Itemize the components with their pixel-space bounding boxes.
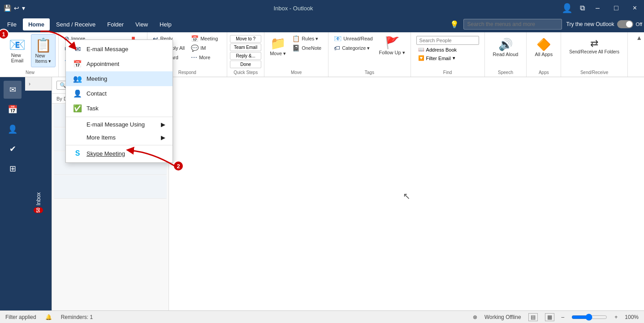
working-status-label: Working Offline — [484, 314, 521, 320]
undo-icon[interactable]: ↩ — [14, 4, 19, 12]
close-button[interactable]: × — [629, 3, 640, 13]
customize-icon[interactable]: ▾ — [22, 4, 25, 12]
address-book-icon: 📖 — [418, 47, 424, 52]
skype-meeting-label: Skype Meeting — [86, 150, 125, 157]
inbox-folder[interactable]: 50 Inbox — [25, 91, 52, 315]
meeting-reply-button[interactable]: 📅 Meeting — [188, 34, 224, 43]
sidebar-item-mail[interactable]: ✉ — [4, 81, 22, 99]
im-icon: 💬 — [191, 44, 199, 52]
quick-step-3[interactable]: Reply &... — [230, 52, 261, 60]
dropdown-task[interactable]: ✅ Task — [66, 101, 173, 116]
tags-group-items: 📧 Unread/Read 🏷 Categorize ▾ 🚩 Follow Up… — [331, 34, 407, 69]
new-group-items: 📧 NewEmail 📋 NewItems ▾ — [4, 34, 56, 69]
ribbon-group-send-receive: ⇄ Send/Receive All Folders Send/Receive — [561, 32, 628, 77]
filter-applied-label: Filter applied — [5, 314, 36, 320]
try-new-toggle[interactable] — [617, 20, 633, 28]
view-toggle-2[interactable]: ▦ — [545, 313, 554, 321]
cursor-indicator: ↖ — [403, 191, 411, 201]
sidebar-item-tasks[interactable]: ✔ — [4, 140, 22, 158]
move-button[interactable]: 📁 Move ▾ — [267, 34, 289, 58]
quick-step-4[interactable]: Done — [230, 61, 261, 68]
window-title: Inbox - Outlook — [25, 5, 562, 12]
menubar-right: 💡 Try the new Outlook Off — [450, 19, 642, 30]
unread-icon: 📧 — [334, 35, 341, 42]
follow-up-button[interactable]: 🚩 Follow Up ▾ — [376, 34, 408, 57]
new-items-button[interactable]: 📋 NewItems ▾ — [31, 34, 56, 67]
menu-view[interactable]: View — [130, 18, 153, 31]
dropdown-meeting[interactable]: 👥 Meeting — [66, 71, 173, 86]
im-button[interactable]: 💬 IM — [188, 44, 224, 52]
new-group-label: New — [26, 69, 35, 75]
restore-icon[interactable]: ⧉ — [580, 4, 585, 12]
dropdown-appointment[interactable]: 📅 Appointment — [66, 57, 173, 71]
follow-up-label: Follow Up ▾ — [379, 50, 405, 56]
rules-button[interactable]: 📋 Rules ▾ — [290, 34, 325, 43]
ribbon-group-new: 1 📧 NewEmail 📋 NewItems ▾ New — [2, 32, 59, 77]
more-items-content: More Items — [73, 134, 116, 141]
folder-expand-button[interactable]: › — [25, 77, 52, 91]
dropdown-more-items[interactable]: More Items ▶ — [66, 131, 173, 144]
dropdown-contact[interactable]: 👤 Contact — [66, 86, 173, 101]
new-email-button[interactable]: 📧 NewEmail — [4, 34, 30, 66]
unread-button[interactable]: 📧 Unread/Read — [331, 34, 375, 43]
quick-step-2[interactable]: Team Email — [230, 44, 261, 51]
categorize-button[interactable]: 🏷 Categorize ▾ — [331, 44, 375, 52]
zoom-slider[interactable] — [571, 314, 607, 321]
menu-help[interactable]: Help — [154, 18, 177, 31]
send-receive-group-label: Send/Receive — [580, 69, 608, 75]
dropdown-divider-2 — [66, 145, 173, 145]
zoom-out-button[interactable]: – — [562, 314, 565, 320]
new-items-dropdown: ✉ E-mail Message 📅 Appointment 👥 Meeting… — [65, 39, 173, 163]
tags-col: 📧 Unread/Read 🏷 Categorize ▾ — [331, 34, 375, 52]
try-new-outlook: Try the new Outlook Off — [566, 20, 642, 28]
minimize-button[interactable]: – — [592, 3, 603, 13]
search-menus-input[interactable] — [463, 19, 562, 30]
search-people-input[interactable] — [416, 36, 479, 45]
dropdown-email-message[interactable]: ✉ E-mail Message — [66, 42, 173, 57]
more-respond-button[interactable]: ⋯ More — [188, 53, 224, 62]
quick-step-1[interactable]: Move to ? — [230, 35, 261, 43]
more-items-arrow: ▶ — [161, 134, 165, 141]
sidebar-item-people[interactable]: 👤 — [4, 120, 22, 138]
menu-send-receive[interactable]: Send / Receive — [51, 18, 101, 31]
titlebar-left: 💾 ↩ ▾ — [4, 4, 25, 12]
onenote-button[interactable]: 📓 OneNote — [290, 44, 325, 52]
save-icon[interactable]: 💾 — [4, 4, 11, 12]
send-receive-all-button[interactable]: ⇄ Send/Receive All Folders — [566, 36, 622, 56]
move-label: Move ▾ — [270, 51, 286, 57]
ribbon-group-move: 📁 Move ▾ 📋 Rules ▾ 📓 OneNote Move — [264, 32, 328, 77]
maximize-button[interactable]: □ — [610, 3, 622, 13]
try-new-label: Try the new Outlook — [566, 21, 614, 27]
new-email-icon: 📧 — [9, 37, 26, 52]
apps-group-items: 🔶 All Apps — [529, 34, 558, 61]
message-row[interactable] — [54, 175, 167, 199]
ribbon-collapse-button[interactable]: ▲ — [636, 34, 642, 41]
email-using-content: E-mail Message Using — [73, 121, 145, 128]
menu-home[interactable]: Home — [23, 18, 50, 31]
dropdown-email-using[interactable]: E-mail Message Using ▶ — [66, 118, 173, 131]
profile-icon[interactable]: 👤 — [562, 3, 573, 13]
filter-email-button[interactable]: 🔽 Filter Email ▾ — [416, 54, 479, 62]
more-respond-label: More — [199, 55, 210, 60]
filter-icon: 🔽 — [418, 55, 424, 61]
annotation-badge-2: 2 — [173, 161, 184, 171]
respond-group-label: Respond — [178, 69, 196, 75]
email-using-label: E-mail Message Using — [86, 121, 145, 128]
sidebar-item-apps[interactable]: ⊞ — [4, 160, 22, 178]
new-email-label: NewEmail — [11, 52, 24, 63]
appointment-icon: 📅 — [73, 60, 82, 68]
address-book-button[interactable]: 📖 Address Book — [416, 46, 479, 53]
quick-steps-area: Move to ? Team Email Reply &... Done — [230, 34, 261, 69]
zoom-level-label: 100% — [625, 314, 639, 320]
sidebar-item-calendar[interactable]: 📅 — [4, 100, 22, 118]
rules-label: Rules ▾ — [302, 36, 318, 42]
dropdown-skype-meeting[interactable]: S Skype Meeting — [66, 146, 173, 161]
all-apps-button[interactable]: 🔶 All Apps — [532, 36, 555, 59]
categorize-icon: 🏷 — [334, 44, 340, 52]
zoom-in-button[interactable]: + — [614, 314, 618, 320]
view-toggle-1[interactable]: ▤ — [528, 313, 538, 321]
read-aloud-button[interactable]: 🔊 Read Aloud — [490, 36, 521, 59]
rules-icon: 📋 — [292, 35, 300, 42]
apps-group-label: Apps — [539, 69, 549, 75]
menu-folder[interactable]: Folder — [102, 18, 129, 31]
